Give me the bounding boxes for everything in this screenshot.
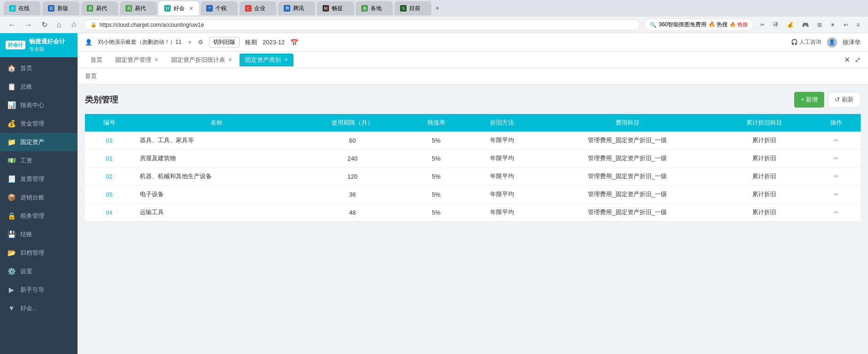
- calendar-icon[interactable]: 📅: [290, 39, 298, 46]
- cell-edit-1[interactable]: ✏: [812, 150, 861, 168]
- tab-close-gudingzichan[interactable]: ✕: [154, 57, 158, 63]
- undo-btn[interactable]: ↩: [841, 21, 851, 29]
- col-method: 折旧方法: [466, 114, 538, 132]
- col-expense: 费用科目: [538, 114, 717, 132]
- menu-btn[interactable]: ≡: [854, 21, 862, 29]
- sidebar-item-salary[interactable]: 💵 工资: [0, 151, 78, 170]
- tab-close-haohui[interactable]: ✕: [189, 6, 193, 12]
- sidebar-item-invoice[interactable]: 🧾 发票管理: [0, 170, 78, 188]
- cell-method-1: 年限平均: [466, 150, 538, 168]
- cell-expense-0: 管理费用_固定资产折旧_一级: [538, 132, 717, 150]
- tab-xinban[interactable]: 新 新版: [42, 1, 79, 15]
- scissors-btn[interactable]: ✂: [757, 21, 767, 29]
- sidebar-item-reports[interactable]: 📊 报表中心: [0, 96, 78, 114]
- address-bar: ← → ↻ ⌂ ☆ 🔒 https://cloud.chanjet.com/ac…: [0, 17, 868, 33]
- tab-gedi[interactable]: 各 各地: [356, 1, 393, 15]
- translate-btn[interactable]: 译: [770, 20, 781, 30]
- cell-edit-2[interactable]: ✏: [812, 168, 861, 186]
- wallet-btn[interactable]: 💰: [784, 21, 796, 29]
- cell-name-4: 运输工具: [133, 204, 299, 222]
- edit-icon-3[interactable]: ✏: [833, 191, 839, 198]
- app-layout: 好会计 畅捷通好会计 专业版 🏠 首页 📋 总账 📊 报表中心 💰 资金管理: [0, 33, 868, 354]
- sidebar-item-general[interactable]: 📋 总账: [0, 78, 78, 96]
- sidebar-item-close[interactable]: 💾 结账: [0, 225, 78, 244]
- switch-version-button[interactable]: 切到旧版: [209, 37, 239, 48]
- tab-haohui[interactable]: 好 好会 ✕: [159, 1, 199, 15]
- home-button[interactable]: ⌂: [54, 20, 64, 30]
- main-content: 👤 刘小艳演示账套（勿删勿动！）11 ▼ ⚙ 切到旧版 账期 2023-12 📅…: [78, 33, 868, 354]
- tab-zaixin[interactable]: 在 在线: [4, 1, 41, 15]
- sidebar-item-more[interactable]: ▼ 好会...: [0, 299, 78, 318]
- assets-icon: 📁: [7, 138, 16, 146]
- cell-edit-3[interactable]: ✏: [812, 186, 861, 204]
- cell-name-1: 房屋及建筑物: [133, 150, 299, 168]
- sidebar-label-salary: 工资: [20, 156, 32, 165]
- tab-leibie[interactable]: 固定资产类别 ✕: [239, 54, 293, 66]
- page-title-bar: 类别管理 + 新增 ↺ 刷新: [85, 92, 861, 108]
- cell-residual-2: 5%: [406, 168, 467, 186]
- tab-yidai2[interactable]: 易 易代: [120, 1, 157, 15]
- window-close-button[interactable]: ✕: [844, 55, 850, 64]
- tab-yidai1[interactable]: 易 易代: [81, 1, 118, 15]
- forward-button[interactable]: →: [22, 20, 35, 30]
- star-button[interactable]: ☆: [68, 19, 80, 30]
- cell-name-2: 机器、机械和其他生产设备: [133, 168, 299, 186]
- cell-edit-4[interactable]: ✏: [812, 204, 861, 222]
- search-box[interactable]: 🔍 360智能抠图免费用 🔥 热搜 🔥 热搜: [644, 18, 754, 31]
- grid-btn[interactable]: ⊞: [814, 21, 825, 29]
- sidebar-item-stock[interactable]: 📦 进销台账: [0, 188, 78, 207]
- tab-zhejiutongji[interactable]: 固定资产折旧统计表 ✕: [166, 54, 238, 66]
- cell-edit-0[interactable]: ✏: [812, 132, 861, 150]
- tab-label-gudingzichan: 固定资产管理: [115, 56, 151, 64]
- new-tab-button[interactable]: +: [433, 4, 441, 12]
- edit-icon-2[interactable]: ✏: [833, 173, 839, 180]
- cell-name-0: 器具、工具、家具等: [133, 132, 299, 150]
- cell-residual-4: 5%: [406, 204, 467, 222]
- cell-residual-3: 5%: [406, 186, 467, 204]
- window-maximize-button[interactable]: ⤢: [855, 55, 861, 64]
- topbar-dropdown-icon[interactable]: ▼: [187, 39, 192, 46]
- back-button[interactable]: ←: [6, 20, 18, 30]
- tab-geshui[interactable]: 个 个税: [201, 1, 238, 15]
- tab-tengxun[interactable]: 腾 腾讯: [278, 1, 315, 15]
- tab-shouye[interactable]: 首页: [85, 54, 108, 66]
- cell-months-4: 48: [299, 204, 406, 222]
- sidebar-item-funds[interactable]: 💰 资金管理: [0, 114, 78, 133]
- edit-icon-0[interactable]: ✏: [833, 137, 839, 144]
- breadcrumb-home[interactable]: 首页: [85, 72, 97, 80]
- content-tabs: 首页 固定资产管理 ✕ 固定资产折旧统计表 ✕ 固定资产类别 ✕ ✕ ⤢: [78, 52, 868, 68]
- url-box[interactable]: 🔒 https://cloud.chanjet.com/accounting/u…: [84, 19, 641, 30]
- topbar-username: 徐泽华: [843, 38, 861, 47]
- sidebar-item-settings[interactable]: ⚙️ 设置: [0, 262, 78, 281]
- refresh-button[interactable]: ↻: [39, 19, 50, 30]
- service-button[interactable]: 🎧 人工咨询: [791, 38, 821, 46]
- sidebar-label-archive: 归档管理: [20, 249, 44, 257]
- settings-gear-button[interactable]: ⚙: [198, 39, 204, 46]
- sidebar-item-archive[interactable]: 📂 归档管理: [0, 244, 78, 262]
- edit-icon-1[interactable]: ✏: [833, 155, 839, 162]
- sun-btn[interactable]: ☀: [827, 21, 838, 29]
- sidebar-item-tax[interactable]: 🔒 税务管理: [0, 207, 78, 225]
- tab-close-zhejiutongji[interactable]: ✕: [228, 57, 232, 63]
- tab-muqian[interactable]: S 目前: [395, 1, 431, 15]
- ledger-icon: 📋: [7, 83, 16, 91]
- sidebar-item-home[interactable]: 🏠 首页: [0, 59, 78, 78]
- cell-method-3: 年限平均: [466, 186, 538, 204]
- sidebar-label-stock: 进销台账: [20, 193, 44, 202]
- sidebar-label-guide: 新手引导: [20, 286, 44, 294]
- col-residual: 残值率: [406, 114, 467, 132]
- sidebar-item-fixed-assets[interactable]: 📁 固定资产: [0, 133, 78, 151]
- edit-icon-4[interactable]: ✏: [833, 209, 839, 216]
- add-button[interactable]: + 新增: [794, 92, 824, 108]
- sidebar-item-guide[interactable]: ▶ 新手引导: [0, 281, 78, 299]
- refresh-btn[interactable]: ↺ 刷新: [828, 92, 861, 108]
- cell-method-4: 年限平均: [466, 204, 538, 222]
- tab-gudingzichan[interactable]: 固定资产管理 ✕: [110, 54, 164, 66]
- tab-close-leibie[interactable]: ✕: [284, 57, 288, 63]
- tab-changti[interactable]: M 畅提: [317, 1, 354, 15]
- tab-qiye[interactable]: C 企业: [239, 1, 276, 15]
- game-btn[interactable]: 🎮: [799, 21, 812, 29]
- sidebar-label-more: 好会...: [20, 304, 37, 312]
- cell-residual-1: 5%: [406, 150, 467, 168]
- cell-months-2: 120: [299, 168, 406, 186]
